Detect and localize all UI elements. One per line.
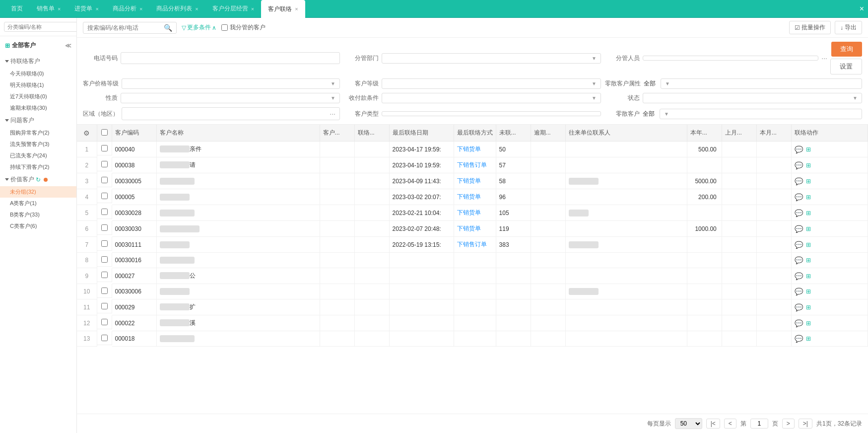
refresh-icon[interactable]: ↻: [36, 176, 41, 183]
region-more[interactable]: ···: [330, 110, 335, 118]
message-icon[interactable]: 💬: [795, 225, 803, 233]
message-icon[interactable]: 💬: [795, 177, 803, 185]
tab-customer-seg[interactable]: 客户分层经营 ×: [205, 0, 261, 18]
status-select[interactable]: ▼: [643, 93, 862, 103]
sidebar-item-7days[interactable]: 近7天待联络(0): [0, 91, 76, 102]
message-icon[interactable]: 💬: [795, 145, 803, 153]
row-checkbox[interactable]: [101, 177, 108, 183]
grid-action-icon[interactable]: ⊞: [806, 304, 811, 311]
row-checkbox[interactable]: [101, 288, 108, 294]
pending-contact-title[interactable]: 待联络客户: [0, 55, 76, 68]
dept-select[interactable]: ▼: [382, 53, 601, 64]
tab-customer-contact-close[interactable]: ×: [295, 6, 298, 12]
sidebar-item-tomorrow[interactable]: 明天待联络(1): [0, 79, 76, 91]
search-input[interactable]: [87, 24, 162, 31]
customer-type-select[interactable]: [382, 111, 601, 116]
manager-more-icon[interactable]: ···: [821, 54, 827, 62]
row-checkbox[interactable]: [101, 224, 108, 231]
message-icon[interactable]: 💬: [795, 241, 803, 249]
contact-method-link[interactable]: 下销货单: [457, 193, 481, 200]
grid-action-icon[interactable]: ⊞: [806, 194, 811, 201]
row-checkbox[interactable]: [101, 303, 108, 309]
per-page-select[interactable]: 50 100 200: [675, 418, 702, 429]
grid-action-icon[interactable]: ⊞: [806, 288, 811, 295]
sidebar-item-churned[interactable]: 已流失客户(24): [0, 150, 76, 161]
my-customer-checkbox[interactable]: [221, 24, 228, 31]
payment-select[interactable]: ▼: [382, 93, 601, 103]
value-customers-title[interactable]: 价值客户 ↻: [0, 173, 76, 186]
message-icon[interactable]: 💬: [795, 193, 803, 201]
grid-action-icon[interactable]: ⊞: [806, 146, 811, 153]
message-icon[interactable]: 💬: [795, 319, 803, 327]
contact-method-link[interactable]: 下销货单: [457, 225, 481, 232]
sidebar-item-declining[interactable]: 持续下滑客户(2): [0, 161, 76, 173]
retail-customer-select[interactable]: ▼: [660, 109, 862, 119]
tab-purchase-close[interactable]: ×: [95, 6, 98, 12]
row-checkbox[interactable]: [101, 256, 108, 263]
grid-action-icon[interactable]: ⊞: [806, 273, 811, 280]
sidebar-item-abnormal[interactable]: 囤购异常客户(2): [0, 127, 76, 139]
last-page-button[interactable]: >|: [799, 419, 812, 429]
sidebar-item-ungroups[interactable]: 未分组(32): [0, 186, 76, 198]
row-checkbox[interactable]: [101, 335, 108, 341]
manager-select[interactable]: [643, 56, 818, 61]
row-checkbox[interactable]: [101, 193, 108, 199]
settings-icon[interactable]: ⚙: [83, 129, 90, 137]
tab-customer-contact[interactable]: 客户联络 ×: [261, 0, 305, 18]
contact-method-link[interactable]: 下销货单: [457, 177, 481, 184]
tab-sales[interactable]: 销售单 ×: [30, 0, 67, 18]
row-checkbox[interactable]: [101, 209, 108, 215]
sidebar-item-class-c[interactable]: C类客户(6): [0, 220, 76, 232]
tab-analysis[interactable]: 商品分析 ×: [106, 0, 149, 18]
price-level-select[interactable]: ▼: [122, 78, 340, 89]
sidebar-item-class-b[interactable]: B类客户(33): [0, 209, 76, 220]
contact-method-link[interactable]: 下销售订单: [457, 161, 487, 168]
tab-analysis-close[interactable]: ×: [139, 6, 142, 12]
problem-customers-title[interactable]: 问题客户: [0, 114, 76, 127]
message-icon[interactable]: 💬: [795, 335, 803, 343]
message-icon[interactable]: 💬: [795, 303, 803, 311]
contact-method-link[interactable]: 下销售订单: [457, 241, 487, 248]
sidebar-item-today[interactable]: 今天待联络(0): [0, 68, 76, 79]
grid-action-icon[interactable]: ⊞: [806, 241, 811, 248]
collapse-icon[interactable]: ≪: [65, 42, 71, 49]
tab-sales-close[interactable]: ×: [58, 6, 61, 12]
region-select[interactable]: ···: [122, 107, 340, 120]
prev-page-button[interactable]: <: [724, 419, 736, 429]
sidebar-all-customers[interactable]: ⊞ 全部客户 ≪: [0, 38, 76, 53]
search-submit-icon[interactable]: 🔍: [164, 24, 172, 32]
row-checkbox[interactable]: [101, 240, 108, 247]
message-icon[interactable]: 💬: [795, 288, 803, 295]
export-button[interactable]: ↓ 导出: [835, 21, 862, 34]
sidebar-item-overdue[interactable]: 逾期未联络(30): [0, 102, 76, 114]
tab-home[interactable]: 首页: [4, 0, 30, 18]
grid-action-icon[interactable]: ⊞: [806, 335, 811, 342]
row-checkbox[interactable]: [101, 319, 108, 325]
grid-action-icon[interactable]: ⊞: [806, 210, 811, 216]
sidebar-item-class-a[interactable]: A类客户(1): [0, 198, 76, 209]
grid-action-icon[interactable]: ⊞: [806, 320, 811, 327]
sidebar-search-input[interactable]: [4, 22, 77, 32]
message-icon[interactable]: 💬: [795, 209, 803, 217]
tab-purchase[interactable]: 进货单 ×: [67, 0, 105, 18]
row-checkbox[interactable]: [101, 272, 108, 278]
contact-method-link[interactable]: 下销货单: [457, 145, 481, 152]
sidebar-item-churn-warn[interactable]: 流失预警客户(3): [0, 139, 76, 150]
message-icon[interactable]: 💬: [795, 256, 803, 264]
grid-action-icon[interactable]: ⊞: [806, 257, 811, 264]
batch-operation-button[interactable]: ☑ 批量操作: [789, 21, 831, 34]
more-filter-button[interactable]: ▽ 更多条件 ∧: [182, 23, 216, 32]
retail-attr-select[interactable]: ▼: [661, 78, 862, 89]
message-icon[interactable]: 💬: [795, 272, 803, 280]
close-all-button[interactable]: ×: [860, 4, 864, 13]
first-page-button[interactable]: |<: [706, 419, 720, 429]
customer-level-select[interactable]: ▼: [382, 78, 601, 89]
row-checkbox[interactable]: [101, 145, 108, 151]
grid-action-icon[interactable]: ⊞: [806, 162, 811, 169]
tab-analysis-list-close[interactable]: ×: [195, 6, 198, 12]
contact-method-link[interactable]: 下销货单: [457, 209, 481, 216]
grid-action-icon[interactable]: ⊞: [806, 178, 811, 185]
page-input[interactable]: [750, 419, 768, 429]
tab-customer-seg-close[interactable]: ×: [251, 6, 254, 12]
gender-select[interactable]: ▼: [121, 93, 340, 103]
